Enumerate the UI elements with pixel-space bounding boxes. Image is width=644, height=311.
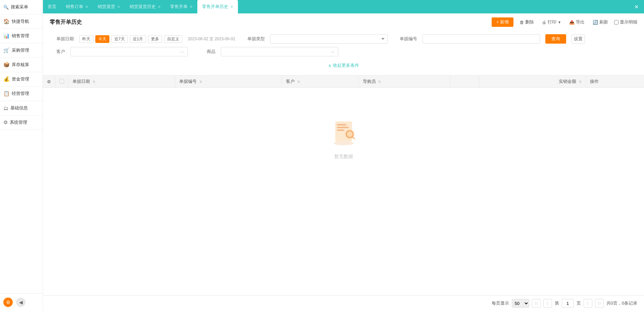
sidebar: 🔍 搜索采单 🏠 快捷导航 📊 销售管理 🛒 采购管理 📦 库存核算 💰 资金管… <box>0 0 43 311</box>
per-page-select[interactable]: 10 20 50 100 <box>512 299 529 308</box>
tab-retail-open-label: 零售开单 <box>170 4 188 10</box>
goods-filter-input[interactable] <box>223 49 329 54</box>
sidebar-item-sys-mgmt[interactable]: ⚙ 系统管理 <box>0 115 43 130</box>
export-button[interactable]: 📤 导出 <box>567 18 587 27</box>
settings-bottom-button[interactable]: ⚙ <box>3 298 13 307</box>
sort-number-icon[interactable]: ⇅ <box>199 80 202 84</box>
finance-icon: 💰 <box>3 76 10 82</box>
customer-filter-label: 客户 <box>56 49 65 55</box>
date-btn-7days[interactable]: 近7天 <box>111 35 128 43</box>
first-page-button[interactable]: ⟨⟨ <box>532 299 541 308</box>
empty-text: 暂无数据 <box>334 154 353 160</box>
sidebar-item-label: 系统管理 <box>10 119 27 125</box>
customer-filter-input[interactable] <box>73 49 179 54</box>
sort-guide-icon[interactable]: ⇅ <box>378 80 381 84</box>
print-button[interactable]: 🖨 打印 ▼ <box>540 18 563 27</box>
type-select-wrapper <box>270 34 388 44</box>
th-customer: 客户 ⇅ <box>282 75 359 88</box>
sort-date-icon[interactable]: ⇅ <box>93 80 95 84</box>
empty-state: 暂无数据 <box>43 88 644 187</box>
window-close-button[interactable]: ✕ <box>633 2 640 11</box>
page-title: 零售开单历史 <box>50 19 82 26</box>
tab-return-history[interactable]: 销货退货历史 ✕ <box>125 0 165 13</box>
tab-return-history-close[interactable]: ✕ <box>158 5 161 9</box>
tab-sales-order-close[interactable]: ✕ <box>85 5 88 9</box>
collapse-filter-button[interactable]: ∧ 收起更多条件 <box>326 61 362 70</box>
sidebar-item-ops-mgmt[interactable]: 📋 经营管理 <box>0 87 43 101</box>
select-all-checkbox[interactable] <box>59 79 64 84</box>
sys-icon: ⚙ <box>3 119 8 125</box>
filter-settings-button[interactable]: 设置 <box>572 34 585 44</box>
tab-retail-history[interactable]: 零售开单历史 ✕ <box>197 0 238 13</box>
filter-area: 单据日期 昨天 今天 近7天 近1月 更多 自定义 2023-06-02 至 2… <box>50 31 637 75</box>
date-range-text: 2023-06-02 至 2023-06-02 <box>188 36 235 42</box>
sidebar-item-label: 资金管理 <box>12 76 29 82</box>
svg-point-0 <box>334 141 354 145</box>
th-checkbox[interactable] <box>55 75 68 88</box>
date-btn-yesterday[interactable]: 昨天 <box>79 35 93 43</box>
type-select[interactable] <box>270 34 388 44</box>
collapse-sidebar-button[interactable]: ◀ <box>16 298 26 307</box>
sidebar-item-finance[interactable]: 💰 资金管理 <box>0 72 43 87</box>
tab-retail-history-close[interactable]: ✕ <box>230 5 233 9</box>
date-btn-more[interactable]: 更多 <box>148 35 162 43</box>
svg-line-7 <box>352 137 354 139</box>
tab-home[interactable]: 首页 <box>43 0 61 13</box>
tab-retail-open[interactable]: 零售开单 ✕ <box>165 0 197 13</box>
data-table: ⚙ 单据日期 ⇅ 单据编号 ⇅ <box>43 75 644 187</box>
page-number-input[interactable] <box>562 299 574 308</box>
query-button[interactable]: 查询 <box>545 34 566 44</box>
tab-retail-open-close[interactable]: ✕ <box>190 5 193 9</box>
date-btn-1month[interactable]: 近1月 <box>130 35 146 43</box>
print-icon: 🖨 <box>542 20 546 25</box>
toolbar: + 新增 🗑 删除 🖨 打印 ▼ 📤 导出 🔄 <box>492 17 637 27</box>
refresh-button[interactable]: 🔄 刷新 <box>591 18 610 27</box>
sidebar-item-label: 经营管理 <box>12 91 29 97</box>
sidebar-item-inventory[interactable]: 📦 库存核算 <box>0 58 43 72</box>
tab-sales-order-label: 销售订单 <box>66 4 83 10</box>
tab-home-label: 首页 <box>48 4 56 10</box>
number-filter-input[interactable] <box>423 34 540 44</box>
tab-return[interactable]: 销货退货 ✕ <box>93 0 125 13</box>
date-btn-custom[interactable]: 自定义 <box>164 35 182 43</box>
display-detail-input[interactable] <box>614 20 618 24</box>
sort-amount-icon[interactable]: ⇅ <box>579 80 582 84</box>
add-button[interactable]: + 新增 <box>492 17 513 27</box>
prev-page-button[interactable]: ⟨ <box>543 299 552 308</box>
sort-customer-icon[interactable]: ⇅ <box>297 80 300 84</box>
svg-rect-3 <box>337 127 349 128</box>
topbar: 首页 销售订单 ✕ 销货退货 ✕ 销货退货历史 ✕ 零售开单 ✕ 零售开单历史 … <box>43 0 644 13</box>
date-filter-label: 单据日期 <box>56 36 74 42</box>
purchase-icon: 🛒 <box>3 47 10 53</box>
search-icon: 🔍 <box>3 5 9 10</box>
sidebar-item-basic-info[interactable]: 🗂 基础信息 <box>0 101 43 115</box>
table-header-row: ⚙ 单据日期 ⇅ 单据编号 ⇅ <box>43 75 644 88</box>
th-settings[interactable]: ⚙ <box>43 75 55 88</box>
customer-dots-button[interactable]: ··· <box>179 49 186 54</box>
sidebar-item-sales-mgmt[interactable]: 📊 销售管理 <box>0 29 43 43</box>
empty-row: 暂无数据 <box>43 88 644 187</box>
tab-return-close[interactable]: ✕ <box>117 5 120 9</box>
goods-dots-button[interactable]: ··· <box>329 49 336 54</box>
home-icon: 🏠 <box>3 18 10 24</box>
column-settings-icon[interactable]: ⚙ <box>47 79 51 84</box>
basic-icon: 🗂 <box>3 105 8 111</box>
page-suffix: 页 <box>577 300 581 306</box>
type-filter-label: 单据类型 <box>247 36 265 42</box>
sidebar-item-label: 快捷导航 <box>12 18 29 24</box>
last-page-button[interactable]: ⟩⟩ <box>595 299 604 308</box>
delete-icon: 🗑 <box>519 20 524 25</box>
th-guide: 导购员 ⇅ <box>358 75 450 88</box>
delete-button[interactable]: 🗑 删除 <box>517 18 536 27</box>
sidebar-item-quick-nav[interactable]: 🏠 快捷导航 <box>0 14 43 29</box>
sidebar-item-label: 基础信息 <box>10 105 28 111</box>
per-page-label: 每页显示 <box>492 300 509 306</box>
svg-rect-4 <box>337 129 344 131</box>
next-page-button[interactable]: ⟩ <box>584 299 592 308</box>
sidebar-item-purchase-mgmt[interactable]: 🛒 采购管理 <box>0 43 43 58</box>
sidebar-search[interactable]: 🔍 搜索采单 <box>0 0 43 14</box>
display-detail-checkbox[interactable]: 显示明细 <box>614 19 637 25</box>
tab-sales-order[interactable]: 销售订单 ✕ <box>61 0 93 13</box>
date-btn-today[interactable]: 今天 <box>95 35 109 43</box>
topbar-right: ✕ <box>633 2 644 11</box>
